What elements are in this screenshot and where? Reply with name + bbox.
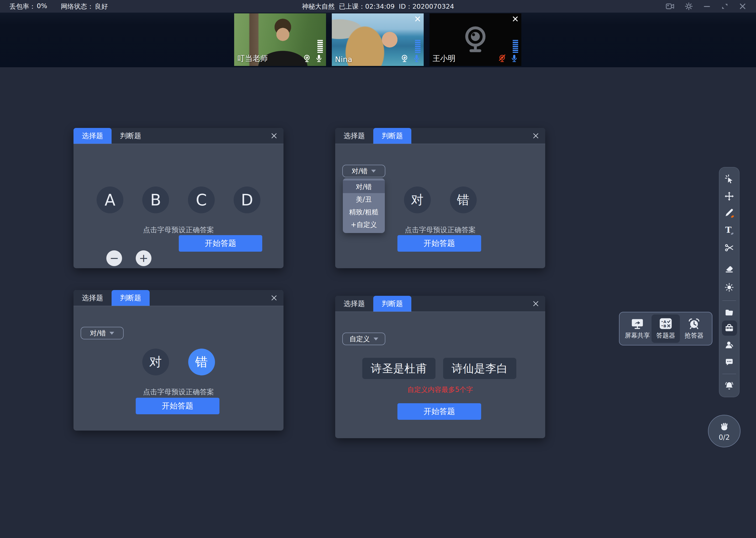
video-tile-teacher: 叮当老师 — [234, 13, 326, 66]
custom-option-1[interactable]: 诗圣是杜甫 — [362, 358, 436, 379]
option-d[interactable]: D — [234, 187, 260, 213]
option-false-selected[interactable]: 错 — [188, 349, 215, 375]
bell-icon[interactable] — [723, 380, 735, 392]
mic-volume-bars — [415, 40, 420, 53]
dropdown-value: 对/错 — [352, 167, 368, 176]
option-b[interactable]: B — [142, 187, 169, 213]
room-title: 神秘大自然 — [302, 2, 335, 11]
hand-raise-button[interactable]: 0/2 — [708, 415, 740, 447]
text-icon[interactable]: T — [723, 224, 735, 237]
judge-type-dropdown[interactable]: 对/错 — [342, 165, 385, 177]
preset-answer-hint: 点击字母预设正确答案 — [73, 225, 283, 235]
svg-text:B: B — [663, 324, 666, 328]
dialog-tab-bar: 选择题 判断题 — [335, 296, 545, 311]
chevron-down-icon — [374, 338, 378, 341]
increase-options-button[interactable]: + — [136, 250, 152, 266]
dialog-tab-bar: 选择题 判断题 — [73, 128, 283, 144]
buzzer-button[interactable]: 抢答器 — [680, 314, 708, 343]
judge-type-dropdown[interactable]: 自定义 — [342, 333, 385, 345]
judge-type-dropdown[interactable]: 对/错 — [80, 327, 124, 340]
close-icon[interactable] — [270, 132, 278, 140]
close-icon[interactable] — [532, 132, 540, 140]
laser-icon[interactable] — [723, 281, 735, 294]
microphone-icon[interactable] — [314, 54, 323, 64]
move-icon[interactable] — [723, 190, 735, 202]
session-info-group: 神秘大自然 已上课：02:34:09 ID：2020070324 — [302, 2, 454, 11]
mic-volume-bars — [513, 40, 518, 53]
interaction-tools-panel: 屏幕共享 AB 答题器 抢答器 — [619, 312, 712, 346]
menu-item-pretty-ugly[interactable]: 美/丑 — [343, 193, 385, 206]
svg-text:A: A — [663, 319, 667, 324]
microphone-icon[interactable] — [412, 54, 421, 64]
chat-icon[interactable] — [723, 356, 735, 368]
hand-icon — [719, 421, 730, 433]
option-false[interactable]: 错 — [450, 187, 477, 213]
answer-pad-button[interactable]: AB 答题器 — [651, 314, 680, 343]
eraser-icon[interactable] — [723, 262, 735, 275]
option-true[interactable]: 对 — [404, 187, 431, 213]
pen-icon[interactable] — [723, 207, 735, 219]
webcam-on-icon[interactable] — [303, 54, 311, 64]
participant-name: 王小明 — [433, 53, 455, 64]
start-answering-button[interactable]: 开始答题 — [398, 235, 481, 252]
close-icon[interactable] — [532, 299, 540, 308]
tab-choice-question[interactable]: 选择题 — [335, 128, 373, 144]
menu-item-true-false[interactable]: 对/错 — [343, 181, 385, 193]
start-answering-button[interactable]: 开始答题 — [398, 403, 481, 420]
toolbar-divider — [722, 300, 736, 301]
menu-item-fine-rough[interactable]: 精致/粗糙 — [343, 206, 385, 218]
mic-volume-bars — [317, 40, 323, 53]
start-answering-button[interactable]: 开始答题 — [136, 398, 219, 414]
dialog-tab-bar: 选择题 判断题 — [335, 128, 545, 144]
toolbar-divider — [722, 374, 736, 374]
network-status-label: 网络状态： — [61, 2, 94, 11]
menu-item-custom[interactable]: +自定义 — [343, 218, 385, 231]
dropdown-value: 自定义 — [350, 334, 370, 344]
decrease-options-button[interactable]: − — [106, 250, 122, 266]
svg-text:T: T — [725, 225, 732, 235]
close-icon[interactable] — [270, 294, 278, 302]
annotation-toolbar: T — [719, 167, 739, 397]
packet-loss-label: 丢包率： — [10, 2, 36, 11]
option-a[interactable]: A — [97, 187, 123, 213]
answer-pad-dialog-judge-open: 选择题 判断题 对/错 对/错 美/丑 精致/粗糙 +自定义 对 错 点击字母预… — [335, 128, 545, 268]
minimize-icon[interactable] — [703, 2, 711, 10]
network-status-group: 丢包率： 0% 网络状态： 良好 — [10, 2, 118, 11]
start-answering-button[interactable]: 开始答题 — [179, 235, 262, 252]
screen-share-button[interactable]: 屏幕共享 — [623, 314, 651, 343]
webcam-on-icon[interactable] — [400, 54, 409, 64]
tab-judge-question[interactable]: 判断题 — [373, 128, 411, 144]
members-icon[interactable] — [723, 339, 735, 351]
folder-icon[interactable] — [723, 306, 735, 319]
close-icon[interactable] — [414, 15, 422, 23]
network-status-value: 良好 — [95, 2, 108, 11]
close-icon[interactable] — [739, 2, 746, 10]
tab-choice-question[interactable]: 选择题 — [335, 296, 373, 311]
answer-pad-dialog-judge-preset: 选择题 判断题 对/错 对 错 点击字母预设正确答案 开始答题 — [73, 290, 283, 431]
room-id-label: ID： — [399, 3, 412, 10]
tab-judge-question[interactable]: 判断题 — [112, 290, 150, 306]
hand-raise-count: 0/2 — [719, 433, 730, 441]
chevron-down-icon — [110, 332, 114, 335]
webcam-placeholder-icon — [460, 24, 491, 56]
exit-fullscreen-icon[interactable] — [721, 2, 729, 10]
option-c[interactable]: C — [188, 187, 215, 213]
toolbox-icon[interactable] — [723, 322, 735, 334]
option-true[interactable]: 对 — [142, 349, 169, 375]
webcam-off-icon[interactable] — [498, 54, 507, 64]
microphone-icon[interactable] — [510, 54, 519, 64]
participant-name: Nina — [335, 55, 352, 64]
pointer-icon[interactable] — [723, 173, 735, 186]
tab-choice-question[interactable]: 选择题 — [73, 290, 112, 306]
tab-choice-question[interactable]: 选择题 — [73, 128, 112, 144]
scissors-icon[interactable] — [723, 242, 735, 254]
answer-pad-dialog-judge-custom: 选择题 判断题 自定义 诗圣是杜甫 诗仙是李白 自定义内容最多5个字 点击预设正… — [335, 296, 545, 438]
packet-loss-value: 0% — [37, 2, 47, 11]
settings-gear-icon[interactable] — [685, 2, 693, 11]
custom-option-2[interactable]: 诗仙是李白 — [443, 358, 516, 379]
tab-judge-question[interactable]: 判断题 — [112, 128, 150, 144]
close-icon[interactable] — [511, 15, 519, 23]
tab-judge-question[interactable]: 判断题 — [373, 296, 411, 311]
video-camera-icon[interactable] — [666, 2, 675, 10]
class-time-value: 02:34:09 — [365, 3, 395, 10]
